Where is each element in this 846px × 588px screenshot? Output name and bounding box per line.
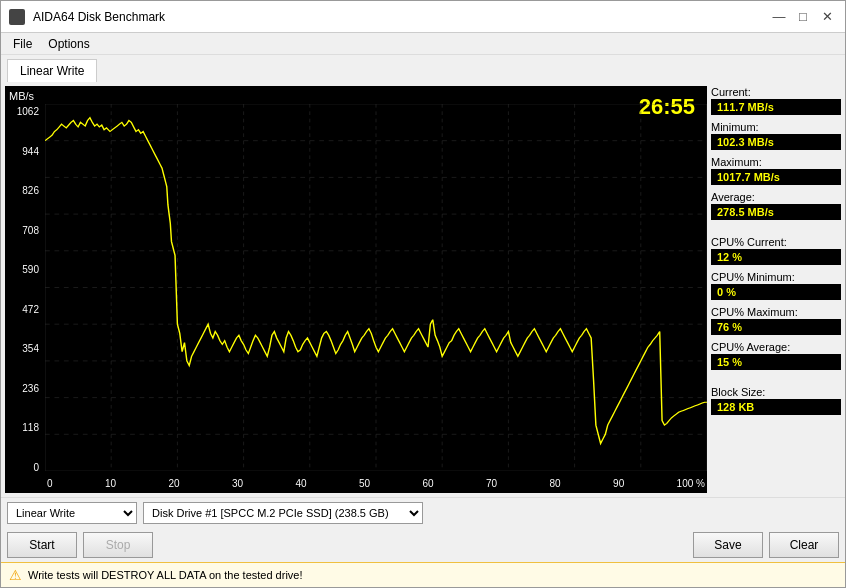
x-label-90: 90 (613, 478, 624, 489)
cpu-minimum-label: CPU% Minimum: (711, 271, 841, 283)
save-button[interactable]: Save (693, 532, 763, 558)
block-size-value: 128 KB (711, 399, 841, 415)
menu-file[interactable]: File (5, 35, 40, 53)
stop-button[interactable]: Stop (83, 532, 153, 558)
window-title: AIDA64 Disk Benchmark (33, 10, 165, 24)
cpu-maximum-label: CPU% Maximum: (711, 306, 841, 318)
stat-minimum: Minimum: 102.3 MB/s (711, 121, 841, 150)
y-label-118: 118 (7, 422, 43, 433)
x-label-70: 70 (486, 478, 497, 489)
y-label-708: 708 (7, 225, 43, 236)
cpu-maximum-value: 76 % (711, 319, 841, 335)
y-label-354: 354 (7, 343, 43, 354)
button-row: Start Stop Save Clear (1, 528, 845, 562)
warning-text: Write tests will DESTROY ALL DATA on the… (28, 569, 303, 581)
x-label-80: 80 (550, 478, 561, 489)
x-label-30: 30 (232, 478, 243, 489)
x-label-20: 20 (168, 478, 179, 489)
stat-maximum: Maximum: 1017.7 MB/s (711, 156, 841, 185)
cpu-current-label: CPU% Current: (711, 236, 841, 248)
menu-bar: File Options (1, 33, 845, 55)
y-label-944: 944 (7, 146, 43, 157)
x-label-50: 50 (359, 478, 370, 489)
y-label-0: 0 (7, 462, 43, 473)
minimize-button[interactable]: — (769, 7, 789, 27)
maximize-button[interactable]: □ (793, 7, 813, 27)
start-button[interactable]: Start (7, 532, 77, 558)
bottom-controls: Linear Write Disk Drive #1 [SPCC M.2 PCI… (1, 497, 845, 528)
disk-drive-dropdown[interactable]: Disk Drive #1 [SPCC M.2 PCIe SSD] (238.5… (143, 502, 423, 524)
cpu-current-value: 12 % (711, 249, 841, 265)
cpu-average-value: 15 % (711, 354, 841, 370)
maximum-value: 1017.7 MB/s (711, 169, 841, 185)
title-bar-left: AIDA64 Disk Benchmark (9, 9, 165, 25)
current-label: Current: (711, 86, 841, 98)
title-controls: — □ ✕ (769, 7, 837, 27)
y-label-472: 472 (7, 304, 43, 315)
clear-button[interactable]: Clear (769, 532, 839, 558)
warning-bar: ⚠ Write tests will DESTROY ALL DATA on t… (1, 562, 845, 587)
x-label-60: 60 (423, 478, 434, 489)
sidebar: Current: 111.7 MB/s Minimum: 102.3 MB/s … (711, 86, 841, 493)
chart-area: MB/s 26:55 1062 944 826 708 590 472 354 … (5, 86, 707, 493)
stat-cpu-maximum: CPU% Maximum: 76 % (711, 306, 841, 335)
x-label-40: 40 (296, 478, 307, 489)
main-content: MB/s 26:55 1062 944 826 708 590 472 354 … (1, 82, 845, 497)
y-label-236: 236 (7, 383, 43, 394)
stat-block-size: Block Size: 128 KB (711, 386, 841, 415)
close-button[interactable]: ✕ (817, 7, 837, 27)
average-value: 278.5 MB/s (711, 204, 841, 220)
y-label-826: 826 (7, 185, 43, 196)
minimum-label: Minimum: (711, 121, 841, 133)
main-window: AIDA64 Disk Benchmark — □ ✕ File Options… (0, 0, 846, 588)
test-type-dropdown[interactable]: Linear Write (7, 502, 137, 524)
y-label-1062: 1062 (7, 106, 43, 117)
tab-linear-write[interactable]: Linear Write (7, 59, 97, 82)
chart-svg (45, 104, 707, 471)
stat-average: Average: 278.5 MB/s (711, 191, 841, 220)
y-label-590: 590 (7, 264, 43, 275)
x-label-0: 0 (47, 478, 53, 489)
cpu-average-label: CPU% Average: (711, 341, 841, 353)
minimum-value: 102.3 MB/s (711, 134, 841, 150)
stat-cpu-average: CPU% Average: 15 % (711, 341, 841, 370)
block-size-label: Block Size: (711, 386, 841, 398)
average-label: Average: (711, 191, 841, 203)
x-label-100: 100 % (677, 478, 705, 489)
maximum-label: Maximum: (711, 156, 841, 168)
menu-options[interactable]: Options (40, 35, 97, 53)
current-value: 111.7 MB/s (711, 99, 841, 115)
stat-cpu-minimum: CPU% Minimum: 0 % (711, 271, 841, 300)
stat-current: Current: 111.7 MB/s (711, 86, 841, 115)
cpu-minimum-value: 0 % (711, 284, 841, 300)
tab-bar: Linear Write (1, 55, 845, 82)
app-icon (9, 9, 25, 25)
x-label-10: 10 (105, 478, 116, 489)
title-bar: AIDA64 Disk Benchmark — □ ✕ (1, 1, 845, 33)
x-axis: 0 10 20 30 40 50 60 70 80 90 100 % (45, 478, 707, 489)
warning-icon: ⚠ (9, 567, 22, 583)
stat-cpu-current: CPU% Current: 12 % (711, 236, 841, 265)
y-axis: 1062 944 826 708 590 472 354 236 118 0 (5, 86, 45, 493)
